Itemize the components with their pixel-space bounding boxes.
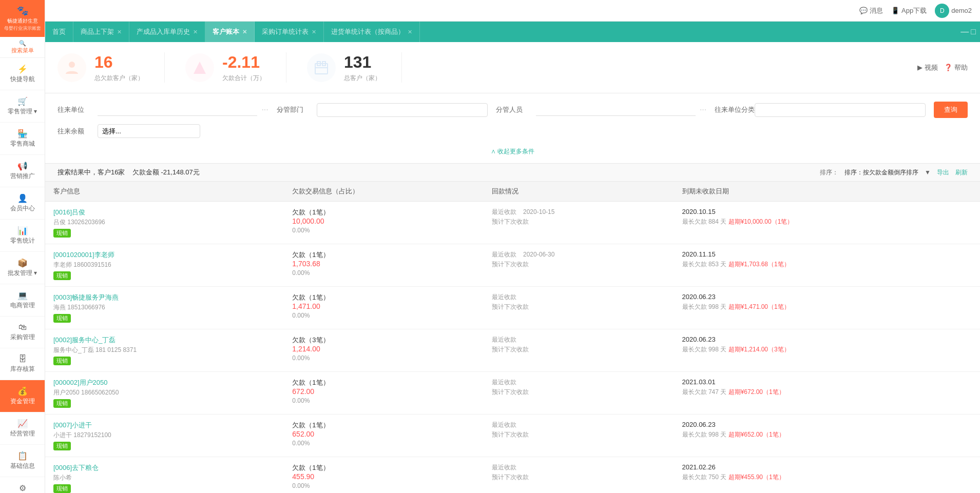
- supplier-dots[interactable]: ···: [261, 105, 268, 114]
- filter-collapse-btn[interactable]: ∧ 收起更多条件: [57, 144, 968, 159]
- debt-count: 欠款（1笔）: [292, 464, 329, 471]
- overdue-link[interactable]: 超期¥672.00（1笔）: [728, 388, 785, 396]
- sidebar-item-system[interactable]: ⚙系统管理: [0, 477, 45, 493]
- recovery-cell: 最近收款 预计下次收款: [484, 372, 674, 415]
- tab-purchase-order[interactable]: 采购订单统计表✕: [255, 22, 324, 42]
- customer-name[interactable]: [0016]吕俊: [53, 208, 276, 217]
- tab-close-customer-account[interactable]: ✕: [242, 29, 247, 35]
- tab-home[interactable]: 首页: [45, 22, 73, 42]
- tab-close-product-shelf[interactable]: ✕: [117, 29, 122, 35]
- sidebar-item-basic-info[interactable]: 📋基础信息: [0, 445, 45, 477]
- sidebar-item-purchase[interactable]: 🛍采购管理: [0, 317, 45, 348]
- maximize-icon[interactable]: □: [971, 27, 976, 36]
- table-row[interactable]: [0016]吕俊 吕俊 13026203696 现销 欠款（1笔） 10,000…: [45, 202, 980, 244]
- table-row[interactable]: [0006]去下粮仓 陈小希 现销 欠款（1笔） 455.90 0.00% 最近…: [45, 457, 980, 493]
- total-customers-icon: [307, 53, 336, 82]
- customer-phone: 吕俊 13026203696: [53, 218, 276, 227]
- customer-table: 客户信息 欠款交易信息（占比） 回款情况 到期未收款日期 [0016]吕俊 吕俊…: [45, 182, 980, 493]
- debt-amount: 1,471.00: [292, 302, 475, 310]
- overdue-days: 最长欠款 998 天 超期¥1,214.00（3笔）: [682, 345, 972, 354]
- customer-name[interactable]: [0007]小进干: [53, 421, 276, 430]
- minimize-icon[interactable]: —: [960, 27, 969, 36]
- sidebar-item-marketing[interactable]: 📢营销推广: [0, 155, 45, 187]
- message-btn[interactable]: 💬 消息: [859, 6, 883, 15]
- debt-pct: 0.00%: [292, 227, 310, 234]
- customer-tag: 现销: [53, 271, 71, 280]
- debt-info-cell: 欠款（1笔） 652.00 0.00%: [284, 415, 483, 457]
- table-row[interactable]: [0003]畅捷服务尹海燕 海燕 18513066976 现销 欠款（1笔） 1…: [45, 287, 980, 329]
- tabs-bar: 首页商品上下架✕产成品入库单历史✕客户账本✕采购订单统计表✕进货单统计表（按商品…: [45, 22, 980, 42]
- person-input[interactable]: [536, 104, 696, 116]
- debt-amount-label: 欠款合计（万）: [222, 74, 265, 83]
- logo-text: 畅捷通好生意: [3, 17, 42, 24]
- tab-close-purchase-stats[interactable]: ✕: [408, 29, 412, 35]
- sidebar-item-retail-mall[interactable]: 🏪零售商城: [0, 123, 45, 155]
- overdue-link[interactable]: 超期¥1,471.00（1笔）: [728, 303, 790, 310]
- dept-select[interactable]: [317, 103, 488, 117]
- customer-name[interactable]: [000002]用户2050: [53, 378, 276, 387]
- customer-name[interactable]: [0002]服务中心_丁磊: [53, 336, 276, 345]
- tab-product-history[interactable]: 产成品入库单历史✕: [129, 22, 205, 42]
- sidebar-item-ecommerce[interactable]: 💻电商管理: [0, 284, 45, 317]
- quick-nav-icon: ⚡: [3, 64, 42, 74]
- due-date: 2020.06.23: [682, 421, 972, 428]
- debt-count: 欠款（1笔）: [292, 251, 329, 259]
- person-dots[interactable]: ···: [700, 105, 706, 114]
- sidebar-item-inventory[interactable]: 🗄库存核算: [0, 348, 45, 380]
- tab-purchase-stats[interactable]: 进货单统计表（按商品）✕: [324, 22, 420, 42]
- customer-name[interactable]: [0003]畅捷服务尹海燕: [53, 293, 276, 302]
- search-label: 搜索菜单: [3, 47, 42, 54]
- help-btn[interactable]: ❓ 帮助: [944, 63, 968, 72]
- overdue-link[interactable]: 超期¥1,214.00（3笔）: [728, 346, 790, 353]
- table-row[interactable]: [0002]服务中心_丁磊 服务中心_丁磊 181 0125 8371 现销 欠…: [45, 329, 980, 372]
- search-button[interactable]: 查询: [934, 102, 968, 118]
- due-date: 2020.10.15: [682, 208, 972, 215]
- sidebar-search[interactable]: 🔍 搜索菜单: [0, 37, 45, 58]
- sidebar-item-batch-mgmt[interactable]: 📦批发管理 ▾: [0, 252, 45, 284]
- debt-customers-icon: [57, 53, 86, 82]
- top-nav: 💬 消息 📱 App下载 D demo2: [45, 0, 980, 22]
- sidebar-logo[interactable]: 🐾 畅捷通好生意 母婴行业演示账套: [0, 0, 45, 37]
- refresh-btn[interactable]: 刷新: [955, 168, 968, 177]
- table-row[interactable]: [0007]小进干 小进干 18279152100 现销 欠款（1笔） 652.…: [45, 415, 980, 457]
- tab-customer-account[interactable]: 客户账本✕: [205, 22, 255, 42]
- debt-customers-info: 16 总欠款客户（家）: [94, 52, 144, 83]
- table-row[interactable]: [000002]用户2050 用户2050 18665062050 现销 欠款（…: [45, 372, 980, 415]
- app-download-btn[interactable]: 📱 App下载: [891, 6, 927, 15]
- balance-select[interactable]: 选择...: [98, 124, 200, 138]
- overdue-days: 最长欠款 853 天 超期¥1,703.68（1笔）: [682, 260, 972, 269]
- sidebar-item-retail-mgmt[interactable]: 🛒零售管理 ▾: [0, 90, 45, 123]
- sort-value[interactable]: 排序：按欠款金额倒序排序: [844, 168, 918, 177]
- tab-product-shelf[interactable]: 商品上下架✕: [73, 22, 129, 42]
- sidebar-item-retail-stats[interactable]: 📊零售统计: [0, 220, 45, 252]
- overdue-link[interactable]: 超期¥652.00（1笔）: [728, 431, 785, 438]
- customer-name[interactable]: [0001020001]李老师: [53, 250, 276, 260]
- table-body: [0016]吕俊 吕俊 13026203696 现销 欠款（1笔） 10,000…: [45, 202, 980, 493]
- stats-bar: 16 总欠款客户（家） -2.11 欠款合计（万） 131 总客户（家）: [45, 42, 980, 93]
- user-avatar[interactable]: D demo2: [935, 4, 972, 18]
- svg-marker-1: [194, 62, 206, 74]
- debt-info-cell: 欠款（1笔） 455.90 0.00%: [284, 457, 483, 493]
- table-row[interactable]: [0001020001]李老师 李老师 18600391516 现销 欠款（1笔…: [45, 244, 980, 287]
- view-btn[interactable]: ▶ 视频: [917, 63, 938, 72]
- overdue-link[interactable]: 超期¥1,703.68（1笔）: [728, 261, 790, 268]
- debt-amount: 10,000.00: [292, 217, 475, 225]
- overdue-days: 最长欠款 884 天 超期¥10,000.00（1笔）: [682, 218, 972, 226]
- supplier-input[interactable]: [98, 104, 257, 116]
- app-icon: 📱: [891, 7, 899, 14]
- debt-amount: 1,703.68: [292, 260, 475, 268]
- sidebar-item-member-center[interactable]: 👤会员中心: [0, 187, 45, 220]
- overdue-link[interactable]: 超期¥455.90（1笔）: [728, 474, 785, 481]
- tab-close-purchase-order[interactable]: ✕: [312, 29, 316, 35]
- customer-name[interactable]: [0006]去下粮仓: [53, 463, 276, 472]
- export-btn[interactable]: 导出: [937, 168, 949, 177]
- sidebar-item-quick-nav[interactable]: ⚡快捷导航: [0, 58, 45, 90]
- customer-info-cell: [0006]去下粮仓 陈小希 现销: [45, 457, 284, 493]
- tab-close-product-history[interactable]: ✕: [193, 29, 198, 35]
- sidebar-item-capital[interactable]: 💰资金管理: [0, 380, 45, 412]
- retail-mall-icon: 🏪: [3, 129, 42, 139]
- category-select[interactable]: [755, 103, 926, 117]
- sidebar-item-operations[interactable]: 📈经营管理: [0, 412, 45, 445]
- sidebar: 🐾 畅捷通好生意 母婴行业演示账套 🔍 搜索菜单 ⚡快捷导航🛒零售管理 ▾🏪零售…: [0, 0, 45, 493]
- overdue-link[interactable]: 超期¥10,000.00（1笔）: [728, 218, 794, 225]
